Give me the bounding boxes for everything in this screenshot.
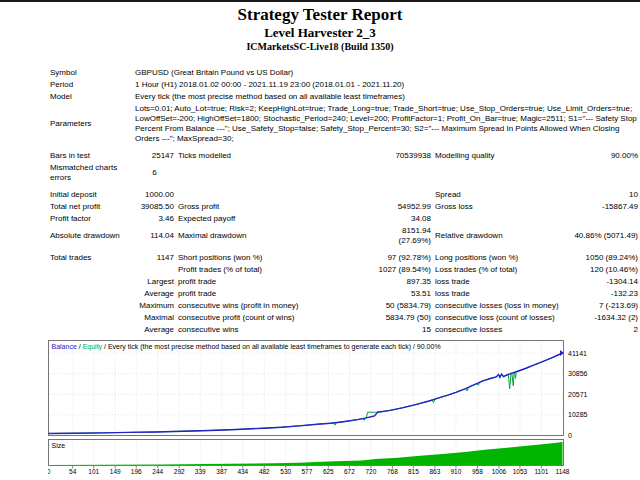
stats-cell [568,213,640,225]
strategy-tester-report-page: { "report": { "title": "Strategy Tester … [0,0,640,480]
stats-cell: 39085.50 [133,201,176,213]
server-build: ICMarketsSC-Live18 (Build 1350) [0,41,640,53]
stats-cell: 34.08 [376,213,433,225]
stats-cell: Maximal drawdown [176,225,376,247]
expert-name: Level Harvester 2_3 [0,25,640,41]
stats-cell: Relative drawdown [433,225,568,247]
stats-cell: Largest [133,276,176,288]
stats-row: Maximalconsecutive profit (count of wins… [48,312,640,324]
stats-cell: Short positions (won %) [176,252,376,264]
stats-cell: Gross loss [433,201,568,213]
stats-row: Averageconsecutive wins15consecutive los… [48,324,640,336]
stats-cell: Parameters [48,103,133,145]
x-axis-label: 625 [323,468,334,475]
stats-cell: 120 (10.46%) [568,264,640,276]
stats-row: Averageprofit trade53.51loss trade-132.2… [48,288,640,300]
x-axis-label: 672 [344,468,355,475]
stats-cell: -1304.14 [568,276,640,288]
x-axis-label: 530 [280,468,291,475]
y-axis-label: 10285 [568,411,588,418]
stats-cell: Gross profit [176,201,376,213]
x-axis-label: 0 [48,468,51,475]
x-axis-label: 577 [301,468,312,475]
x-axis-label: 339 [195,468,206,475]
x-axis-label: 54 [69,468,77,475]
x-axis-label: 482 [259,468,270,475]
x-axis-label: 958 [472,468,483,475]
stats-cell: 1027 (89.54%) [376,264,433,276]
stats-cell: Average [133,324,176,336]
stats-cell: profit trade [176,276,376,288]
stats-cell [48,288,133,300]
x-axis-label: 720 [365,468,376,475]
stats-cell: Maximum [133,300,176,312]
x-axis-label: 1006 [492,468,507,475]
stats-cell: 50 (5834.79) [376,300,433,312]
stats-cell: 70539938 [376,150,433,162]
stats-row: SymbolGBPUSD (Great Britain Pound vs US … [48,67,640,79]
stats-cell: loss trade [433,288,568,300]
stats-cell: profit trade [176,288,376,300]
stats-row: Largestprofit trade897.35loss trade-1304… [48,276,640,288]
stats-row: ModelEvery tick (the most precise method… [48,91,640,103]
x-axis-label: 863 [429,468,440,475]
stats-cell: 97 (92.78%) [376,252,433,264]
stats-cell: consecutive losses (loss in money) [433,300,568,312]
stats-cell: Maximal [133,312,176,324]
stats-cell [48,324,133,336]
stats-cell: 6 [133,162,176,184]
x-axis-label: 101 [88,468,99,475]
x-axis-label: 196 [131,468,142,475]
y-axis-label: 20571 [568,391,588,398]
stats-row: Initial deposit1000.00Spread10 [48,189,640,201]
stats-cell: Bars in test [48,150,133,162]
stats-cell: Mismatched charts errors [48,162,133,184]
stats-row: Total net profit39085.50Gross profit5495… [48,201,640,213]
legend-balance: Balance [52,343,77,350]
x-axis-label: 815 [408,468,419,475]
x-axis-label: 1101 [534,468,548,475]
x-axis-label: 768 [387,468,398,475]
stats-cell: 114.04 [133,225,176,247]
stats-row: Absolute drawdown114.04Maximal drawdown8… [48,225,640,247]
stats-cell: 8151.94 (27.69%) [376,225,433,247]
x-axis-label: 292 [174,468,185,475]
stats-cell: Loss trades (% of total) [433,264,568,276]
stats-cell: Modelling quality [433,150,568,162]
x-axis-label: 434 [237,468,248,475]
stats-cell: Long positions (won %) [433,252,568,264]
stats-cell: Period [48,79,133,91]
stats-cell: Profit trades (% of total) [176,264,376,276]
balance-equity-chart: 4114130856205711028500541011491962442923… [48,340,592,478]
stats-row: Profit trades (% of total)1027 (89.54%)L… [48,264,640,276]
stats-cell [48,264,133,276]
stats-cell: 1 Hour (H1) 2018.01.02 00:00 - 2021.11.1… [133,79,640,91]
stats-row: Bars in test25147Ticks modelled70539938M… [48,150,640,162]
x-axis-label: 244 [152,468,163,475]
stats-cell: 15 [376,324,433,336]
stats-cell: 10 [568,189,640,201]
stats-cell: Every tick (the most precise method base… [133,91,640,103]
stats-cell [376,189,433,201]
stats-cell: 1050 (89.24%) [568,252,640,264]
x-axis-label: 1148 [556,468,570,475]
stats-cell: 897.35 [376,276,433,288]
stats-row: Mismatched charts errors6 [48,162,640,184]
stats-cell [176,189,376,201]
legend-equity: Equity [83,343,103,351]
stats-cell: consecutive profit (count of wins) [176,312,376,324]
stats-cell: Average [133,288,176,300]
stats-cell: consecutive loss (count of losses) [433,312,568,324]
stats-cell: -132.23 [568,288,640,300]
report-header: Strategy Tester Report Level Harvester 2… [0,2,640,53]
stats-cell: Lots=0.01; Auto_Lot=true; Risk=2; KeepHi… [133,103,640,145]
stats-cell [133,264,176,276]
stats-cell: 5834.79 (50) [376,312,433,324]
stats-cell: Ticks modelled [176,150,376,162]
stats-cell [48,276,133,288]
y-axis-label: 0 [568,432,572,439]
stats-cell [176,162,640,184]
stats-cell: Initial deposit [48,189,133,201]
stats-cell: Spread [433,189,568,201]
legend-model-text: / Every tick (the most precise method ba… [102,343,441,351]
